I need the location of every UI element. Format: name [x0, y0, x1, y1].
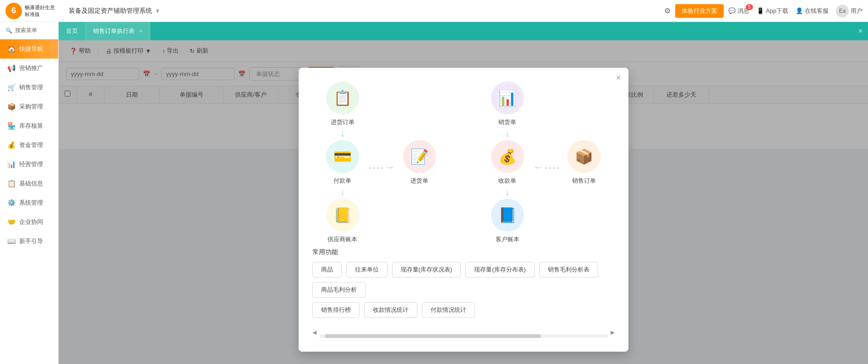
- down-arrow-4: ↓: [505, 185, 510, 199]
- flow-customer-ledger[interactable]: 📘 客户账本: [491, 199, 524, 244]
- message-icon: 💬: [728, 7, 736, 14]
- flow-purchase-order[interactable]: 📋 进货订单: [326, 81, 359, 126]
- sidebar-item-marketing[interactable]: 📢 营销推广: [0, 59, 58, 78]
- func-stock-status[interactable]: 现存量(库存状况表): [392, 262, 461, 277]
- common-functions-title: 常用功能: [312, 248, 615, 256]
- sidebar-item-basic[interactable]: 📋 基础信息: [0, 174, 58, 193]
- sales-order-icon: 📦: [568, 140, 601, 173]
- logo-icon: 6: [5, 3, 22, 19]
- flow-receipt-slip[interactable]: 💰 收款单: [491, 140, 524, 185]
- search-icon: 🔍: [5, 27, 12, 34]
- window-close-icon[interactable]: ×: [853, 27, 868, 35]
- customer-ledger-label: 客户账本: [496, 235, 519, 244]
- sidebar-item-quick-nav[interactable]: 🏠 快捷导航: [0, 39, 58, 59]
- home-icon: 🏠: [7, 45, 16, 53]
- online-service-button[interactable]: 👤 在线客服: [796, 7, 829, 15]
- purchase-order-icon: 📋: [326, 81, 359, 114]
- tab-close-icon[interactable]: ×: [139, 28, 142, 34]
- message-badge: 5: [746, 4, 753, 10]
- sales-order-label: 销售订单: [572, 177, 596, 185]
- supplier-ledger-label: 供应商账本: [328, 235, 357, 244]
- scrollbar-thumb: [325, 334, 541, 338]
- logo-text: 畅康通好生意 标准版: [25, 4, 55, 17]
- sidebar: 🔍 搜索菜单 🏠 快捷导航 📢 营销推广 🛒 销售管理 📦 采购管理 🏪: [0, 22, 59, 364]
- guide-icon: 📖: [7, 237, 16, 245]
- user-menu[interactable]: Ea 用户: [836, 5, 863, 17]
- modal-scrollbar-area: ◀ ▶: [312, 327, 615, 338]
- finance-icon: 💰: [7, 141, 16, 149]
- func-partners[interactable]: 往来单位: [346, 262, 388, 277]
- service-icon: 👤: [796, 7, 803, 14]
- sidebar-item-operations[interactable]: 📊 经营管理: [0, 155, 58, 174]
- purchase-icon: 📦: [7, 103, 16, 111]
- supplier-ledger-icon: 📒: [326, 199, 359, 232]
- message-button[interactable]: 💬 消息 5: [728, 7, 749, 15]
- system-dropdown-icon[interactable]: ▼: [155, 8, 160, 14]
- purchase-order-label: 进货订单: [331, 118, 355, 126]
- arrow-sales: ← - - - -: [533, 152, 559, 174]
- modal-close-button[interactable]: ×: [616, 73, 621, 83]
- common-functions-section: 常用功能 商品 往来单位 现存量(库存状况表) 现存量(库存分布表) 销售毛利分…: [312, 248, 615, 318]
- operations-icon: 📊: [7, 160, 16, 168]
- avatar: Ea: [836, 5, 849, 17]
- purchase-slip-label: 进货单: [410, 177, 428, 185]
- basic-icon: 📋: [7, 179, 16, 188]
- func-sales-profit[interactable]: 销售毛利分析表: [539, 262, 598, 277]
- sidebar-item-enterprise[interactable]: 🤝 企业协同: [0, 212, 58, 232]
- down-arrow-2: ↓: [505, 126, 510, 140]
- down-arrow-1: ↓: [340, 126, 345, 140]
- sidebar-item-system[interactable]: ⚙️ 系统管理: [0, 193, 58, 212]
- tab-sales-order-exec[interactable]: 销售订单执行表 ×: [86, 22, 150, 40]
- func-stock-dist[interactable]: 现存量(库存分布表): [465, 262, 535, 277]
- sidebar-item-sales[interactable]: 🛒 销售管理: [0, 78, 58, 97]
- purchase-slip-icon: 📝: [403, 140, 436, 173]
- func-payment-stats[interactable]: 付款情况统计: [422, 302, 475, 318]
- down-arrow-3: ↓: [340, 185, 345, 199]
- download-icon: 📱: [757, 7, 764, 14]
- sidebar-item-guide[interactable]: 📖 新手引导: [0, 232, 58, 251]
- scroll-right-icon[interactable]: ▶: [611, 329, 615, 336]
- receipt-icon: 💰: [491, 140, 524, 173]
- modal-scrollbar[interactable]: [319, 334, 608, 338]
- func-buttons-row-1: 商品 往来单位 现存量(库存状况表) 现存量(库存分布表) 销售毛利分析表 商品…: [312, 262, 615, 298]
- top-right-area: 💬 消息 5 📱 App下载 👤 在线客服 Ea 用户: [728, 5, 863, 17]
- inventory-icon: 🏪: [7, 122, 16, 130]
- system-icon: ⚙️: [7, 199, 16, 207]
- tab-home[interactable]: 首页: [59, 22, 86, 40]
- system-title: 装备及固定资产辅助管理系统 ▼: [69, 7, 660, 15]
- sidebar-item-inventory[interactable]: 🏪 库存核算: [0, 116, 58, 136]
- settings-icon[interactable]: ⚙: [664, 6, 671, 15]
- flow-sales-order[interactable]: 📦 销售订单: [568, 140, 601, 185]
- flow-payment-slip[interactable]: 💳 付款单: [326, 140, 359, 185]
- customer-ledger-icon: 📘: [491, 199, 524, 232]
- flow-supplier-ledger[interactable]: 📒 供应商账本: [326, 199, 359, 244]
- scroll-left-icon[interactable]: ◀: [312, 329, 317, 336]
- payment-icon: 💳: [326, 140, 359, 173]
- arrow-purchase: - - - - →: [368, 152, 394, 174]
- modal-overlay[interactable]: × 📋 进货订单 ↓ 💳: [59, 40, 868, 364]
- trial-button[interactable]: 体验行业方案: [675, 4, 724, 18]
- func-receipt-stats[interactable]: 收款情况统计: [364, 302, 417, 318]
- tab-bar: 首页 销售订单执行表 × ×: [59, 22, 868, 40]
- sales-icon: 🛒: [7, 83, 16, 92]
- flow-sales-slip[interactable]: 📊 销货单: [491, 81, 524, 126]
- func-goods[interactable]: 商品: [312, 262, 342, 277]
- marketing-icon: 📢: [7, 64, 16, 72]
- func-sales-rank[interactable]: 销售排行榜: [312, 302, 360, 318]
- quick-nav-modal: × 📋 进货订单 ↓ 💳: [299, 68, 628, 352]
- app-download-button[interactable]: 📱 App下载: [757, 7, 788, 15]
- page-content: ❓ 帮助 🖨 按模板打印 ▼ ↑ 导出 ↻ 刷新: [59, 40, 868, 364]
- sidebar-item-finance[interactable]: 💰 资金管理: [0, 136, 58, 155]
- receipt-label: 收款单: [498, 177, 516, 185]
- enterprise-icon: 🤝: [7, 218, 16, 226]
- func-goods-profit[interactable]: 商品毛利分析: [312, 282, 366, 298]
- search-menu-item[interactable]: 🔍 搜索菜单: [0, 22, 58, 39]
- logo-area: 6 畅康通好生意 标准版: [5, 3, 64, 19]
- flow-purchase-slip[interactable]: 📝 进货单: [403, 140, 436, 185]
- sidebar-item-purchase[interactable]: 📦 采购管理: [0, 97, 58, 116]
- sales-slip-icon: 📊: [491, 81, 524, 114]
- sales-slip-label: 销货单: [498, 118, 516, 126]
- payment-label: 付款单: [333, 177, 351, 185]
- content-area: 首页 销售订单执行表 × × ❓ 帮助 🖨: [59, 22, 868, 364]
- func-buttons-row-2: 销售排行榜 收款情况统计 付款情况统计: [312, 302, 615, 318]
